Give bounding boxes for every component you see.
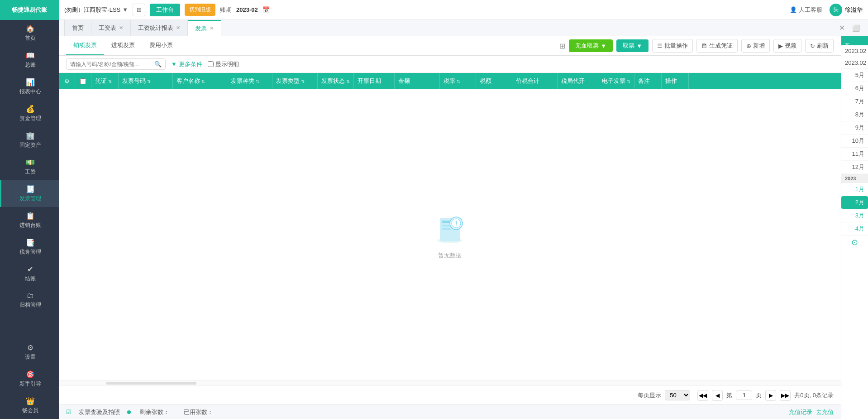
period-value: 2023-02 xyxy=(236,6,258,13)
recharge-record-link[interactable]: 充值记录 xyxy=(789,408,812,416)
date-panel-scroll-down[interactable]: ⊙ xyxy=(841,236,868,249)
date-month-2023-1[interactable]: 1月 xyxy=(841,183,868,196)
th-invoice-no[interactable]: 发票号码 ⇅ xyxy=(119,73,173,89)
sub-tab-incoming[interactable]: 进项发票 xyxy=(104,36,142,55)
page-suffix: 页 xyxy=(756,391,762,400)
tab-salary-close[interactable]: ✕ xyxy=(119,25,123,31)
page-size-select[interactable]: 50 10 20 100 xyxy=(665,390,690,400)
sidebar-item-sales[interactable]: 📋 进销台账 xyxy=(0,207,59,234)
more-conditions-button[interactable]: ▼ 更多条件 xyxy=(171,60,202,68)
th-invoice-type[interactable]: 发票种类 ⇅ xyxy=(227,73,272,89)
no-deduction-button[interactable]: 无血取票 ▼ xyxy=(569,39,613,52)
company-selector[interactable]: (勿删）江西股宝-LSS ▼ xyxy=(64,6,128,14)
sidebar-item-archive[interactable]: 🗂 归档管理 xyxy=(0,287,59,313)
sidebar-item-salary[interactable]: 💵 工资 xyxy=(0,154,59,180)
sidebar-item-funds[interactable]: 💰 资金管理 xyxy=(0,100,59,127)
th-invoice-status[interactable]: 发票状态 ⇅ xyxy=(318,73,354,89)
maximize-button[interactable]: ⬜ xyxy=(849,24,863,33)
date-month-8[interactable]: 8月 xyxy=(841,108,868,121)
tab-invoice-close[interactable]: ✕ xyxy=(210,25,214,31)
date-month-2023-02-a[interactable]: 2023.02 xyxy=(841,45,868,57)
user-profile[interactable]: 头 徐溢华 xyxy=(830,4,863,16)
status-bar: ☑ 发票查验及拍照 剩余张数： 已用张数： 充值记录 去充值 xyxy=(59,405,841,419)
sales-icon: 📋 xyxy=(26,212,35,220)
sort-invoice-status-icon: ⇅ xyxy=(346,79,350,84)
goto-recharge-link[interactable]: 去充值 xyxy=(816,408,834,416)
tab-salary-stats[interactable]: 工资统计报表 ✕ xyxy=(131,20,188,36)
ledger-icon: 📖 xyxy=(26,51,35,60)
th-tax-rate[interactable]: 税率 ⇅ xyxy=(440,73,476,89)
sidebar-item-assets[interactable]: 🏢 固定资产 xyxy=(0,127,59,154)
th-customer[interactable]: 客户名称 ⇅ xyxy=(173,73,227,89)
tab-salary[interactable]: 工资表 ✕ xyxy=(91,20,131,36)
horizontal-scrollbar[interactable] xyxy=(59,380,841,385)
tax-icon: 📑 xyxy=(26,238,35,247)
date-month-2023-3[interactable]: 3月 xyxy=(841,209,868,222)
take-ticket-button[interactable]: 取票 ▼ xyxy=(616,39,649,52)
sidebar-item-invoice[interactable]: 🧾 发票管理 xyxy=(0,180,59,207)
th-e-invoice[interactable]: 电子发票 ⇅ xyxy=(598,73,634,89)
sub-tabbar: 销项发票 进项发票 费用小票 xyxy=(66,36,180,55)
th-settings[interactable]: ⚙ xyxy=(59,73,75,89)
scroll-down-icon[interactable]: ⊙ xyxy=(851,237,858,247)
sub-tab-expense[interactable]: 费用小票 xyxy=(142,36,180,55)
refresh-button[interactable]: ↻ 刷新 xyxy=(805,39,834,53)
th-voucher[interactable]: 凭证 ⇅ xyxy=(91,73,119,89)
sort-invoice-type-icon: ⇅ xyxy=(256,79,259,84)
date-year-group-recent: 2023.02 2023.02 xyxy=(841,45,868,69)
member-icon: 👑 xyxy=(26,397,35,405)
date-month-9[interactable]: 9月 xyxy=(841,121,868,135)
new-button[interactable]: ⊕ 新增 xyxy=(741,39,770,53)
show-detail-toggle[interactable]: 显示明细 xyxy=(208,60,239,68)
date-month-6[interactable]: 6月 xyxy=(841,82,868,95)
sidebar-item-reports[interactable]: 📊 报表中心 xyxy=(0,73,59,100)
customer-service[interactable]: 👤 人工客服 xyxy=(790,6,822,14)
video-button[interactable]: ▶ 视频 xyxy=(773,39,801,53)
tab-salary-stats-close[interactable]: ✕ xyxy=(176,25,180,31)
close-all-button[interactable]: ✕ xyxy=(836,23,848,33)
workbench-button[interactable]: 工作台 xyxy=(150,4,180,16)
select-all-checkbox[interactable] xyxy=(80,78,86,84)
tab-invoice[interactable]: 发票 ✕ xyxy=(188,20,221,36)
company-settings-icon[interactable]: ⊞ xyxy=(133,4,145,16)
th-tax-id: 税局代开 xyxy=(558,73,598,89)
date-month-10[interactable]: 10月 xyxy=(841,135,868,148)
date-month-7[interactable]: 7月 xyxy=(841,95,868,108)
date-month-2023-2[interactable]: 2月 xyxy=(841,196,868,209)
page-number-input[interactable] xyxy=(736,390,752,400)
sidebar-item-tax[interactable]: 📑 税务管理 xyxy=(0,234,59,260)
date-month-2023-02-b[interactable]: 2023.02 xyxy=(841,57,868,69)
sidebar-item-member[interactable]: 👑 畅会员 xyxy=(0,392,59,419)
batch-op-button[interactable]: ☰ 批量操作 xyxy=(652,39,693,53)
th-invoice-category[interactable]: 发票类型 ⇅ xyxy=(272,73,318,89)
prev-page-button[interactable]: ◀ xyxy=(712,390,723,401)
th-checkbox[interactable] xyxy=(75,73,91,89)
sidebar-item-guide[interactable]: 🎯 新手引导 xyxy=(0,366,59,392)
date-month-12[interactable]: 12月 xyxy=(841,161,868,174)
switch-version-button[interactable]: 切到旧版 xyxy=(185,4,215,16)
search-input[interactable] xyxy=(70,61,153,67)
column-settings-icon[interactable]: ⊞ xyxy=(559,42,565,50)
remaining-label: 剩余张数： xyxy=(140,408,169,416)
total-records: 共0页, 0条记录 xyxy=(794,391,834,400)
th-total: 价税合计 xyxy=(512,73,558,89)
last-page-button[interactable]: ▶▶ xyxy=(780,390,791,401)
generate-voucher-button[interactable]: 🖹 生成凭证 xyxy=(696,39,738,53)
search-container: 🔍 xyxy=(66,58,166,70)
take-ticket-dropdown-icon: ▼ xyxy=(636,43,642,49)
sub-tab-outgoing[interactable]: 销项发票 xyxy=(66,36,104,55)
sidebar-item-settings[interactable]: ⚙ 设置 xyxy=(0,339,59,366)
date-month-11[interactable]: 11月 xyxy=(841,148,868,161)
sidebar-item-close[interactable]: ✔ 结账 xyxy=(0,260,59,287)
tab-home[interactable]: 首页 xyxy=(64,20,91,36)
first-page-button[interactable]: ◀◀ xyxy=(697,390,708,401)
service-label: 人工客服 xyxy=(799,6,822,14)
next-page-button[interactable]: ▶ xyxy=(765,390,776,401)
open-period-button[interactable]: 开账日期 xyxy=(841,36,868,45)
date-month-2023-4[interactable]: 4月 xyxy=(841,222,868,236)
sidebar-item-ledger[interactable]: 📖 总账 xyxy=(0,47,59,73)
date-month-5[interactable]: 5月 xyxy=(841,69,868,82)
sidebar-item-home[interactable]: 🏠 首页 xyxy=(0,20,59,47)
show-detail-checkbox[interactable] xyxy=(208,61,214,67)
company-dropdown-icon: ▼ xyxy=(122,6,128,13)
